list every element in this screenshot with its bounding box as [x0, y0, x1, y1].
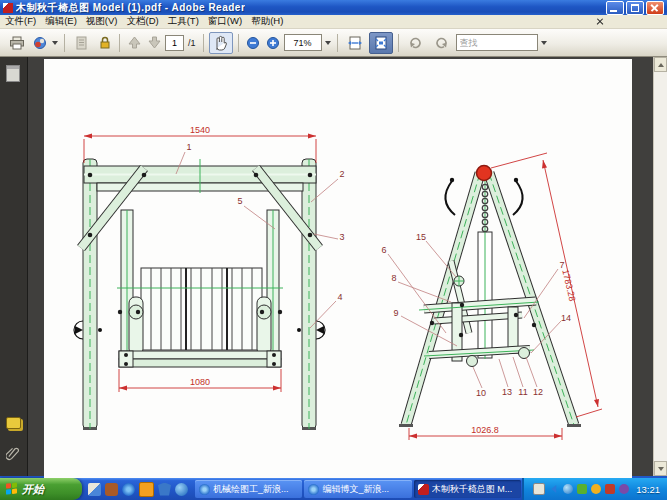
arrow-up-disabled-icon — [128, 36, 141, 49]
part-label: 6 — [381, 245, 386, 255]
find-dropdown[interactable] — [540, 34, 548, 52]
start-button[interactable]: 开始 — [0, 478, 82, 500]
tray-update-icon[interactable] — [577, 484, 587, 494]
input-method-icon[interactable] — [533, 483, 545, 495]
ie-icon — [308, 484, 319, 495]
navigation-pane — [0, 57, 28, 476]
dim-side-base: 1026.8 — [471, 425, 499, 435]
pages-panel-button[interactable] — [6, 65, 21, 82]
menu-help[interactable]: 帮助(H) — [251, 15, 283, 28]
part-label: 10 — [476, 388, 486, 398]
taskbar-task-2[interactable]: 编辑博文_新浪... — [304, 480, 411, 498]
zoom-in-button[interactable] — [264, 32, 282, 54]
part-label: 1 — [186, 142, 191, 152]
hide-tray-icons-chevron[interactable] — [549, 484, 559, 494]
dim-front-seat: 1080 — [190, 377, 210, 387]
taskbar: 开始 机械绘图工_新浪... 编辑博文_新浪... 木制秋千椅总图 M... — [0, 478, 667, 500]
fit-page-button[interactable] — [369, 32, 393, 54]
quick-launch — [82, 478, 194, 500]
comments-panel-button[interactable] — [6, 417, 21, 434]
part-label: 4 — [337, 292, 342, 302]
close-document-icon[interactable] — [596, 18, 604, 26]
workspace: 1540 1080 — [0, 57, 667, 478]
previous-page-button[interactable] — [125, 32, 143, 54]
menu-document[interactable]: 文档(D) — [126, 15, 158, 28]
zoom-out-button[interactable] — [244, 32, 262, 54]
ie-icon[interactable] — [122, 483, 135, 496]
adobe-reader-app-icon[interactable] — [3, 3, 13, 13]
menu-tools[interactable]: 工具(T) — [168, 15, 199, 28]
zoom-level-value: 71% — [294, 38, 312, 48]
print-button[interactable] — [5, 32, 29, 54]
rotate-counterclockwise-button[interactable] — [430, 32, 454, 54]
part-label: 7 — [559, 260, 564, 270]
paperclip-icon — [6, 445, 20, 463]
document-pane[interactable]: 1540 1080 — [28, 57, 653, 476]
share-button[interactable] — [31, 32, 49, 54]
page-number-input[interactable] — [165, 35, 184, 51]
part-label: 9 — [393, 308, 398, 318]
system-tray: 13:21 — [522, 478, 667, 500]
hand-tool-button[interactable] — [209, 32, 233, 54]
dim-front-top: 1540 — [190, 125, 210, 135]
scrollbar-track[interactable] — [654, 72, 667, 461]
security-button[interactable] — [96, 32, 114, 54]
vertical-scrollbar[interactable] — [653, 57, 667, 476]
adobe-reader-icon — [418, 484, 429, 495]
shield-icon[interactable] — [158, 483, 171, 496]
arrow-down-disabled-icon — [148, 36, 161, 49]
titlebar: 木制秋千椅总图 Model (1).pdf - Adobe Reader — [0, 0, 667, 15]
zoom-level-select[interactable]: 71% — [284, 34, 322, 51]
start-label: 开始 — [22, 482, 44, 497]
hand-icon — [213, 35, 228, 51]
scroll-down-button[interactable] — [654, 461, 667, 476]
next-page-button[interactable] — [145, 32, 163, 54]
show-desktop-icon[interactable] — [88, 483, 101, 496]
part-label: 8 — [391, 273, 396, 283]
comments-icon — [6, 417, 21, 429]
window-title: 木制秋千椅总图 Model (1).pdf - Adobe Reader — [16, 1, 245, 15]
media-app-icon[interactable] — [105, 483, 118, 496]
restore-button[interactable] — [626, 1, 644, 15]
menu-edit[interactable]: 编辑(E) — [45, 15, 77, 28]
share-icon — [33, 36, 47, 50]
close-button[interactable] — [646, 1, 664, 15]
front-view: 1540 1080 — [74, 125, 345, 430]
rotate-clockwise-icon — [408, 36, 423, 50]
tray-network-icon[interactable] — [563, 484, 573, 494]
side-view: 1783.28 1026.8 — [381, 153, 602, 440]
page-count-label: /1 — [188, 38, 196, 48]
find-input[interactable] — [456, 34, 538, 51]
fit-width-icon — [347, 36, 363, 50]
share-dropdown[interactable] — [51, 34, 59, 52]
browser-globe-icon[interactable] — [175, 483, 188, 496]
menu-window[interactable]: 窗口(W) — [208, 15, 242, 28]
tray-app-icon[interactable] — [619, 484, 629, 494]
taskbar-task-active[interactable]: 木制秋千椅总图 M... — [414, 480, 521, 498]
save-copy-button[interactable] — [70, 32, 94, 54]
minimize-button[interactable] — [606, 1, 624, 15]
zoom-in-icon — [266, 36, 280, 50]
app-orange-icon[interactable] — [139, 482, 154, 497]
windows-logo-icon — [6, 482, 18, 495]
part-label: 3 — [339, 232, 344, 242]
zoom-out-icon — [246, 36, 260, 50]
tray-security-icon[interactable] — [605, 484, 615, 494]
part-label: 13 — [502, 387, 512, 397]
ie-icon — [199, 484, 210, 495]
toolbar: /1 71% — [0, 29, 667, 57]
scroll-up-button[interactable] — [654, 57, 667, 72]
menu-view[interactable]: 视图(V) — [86, 15, 118, 28]
adobe-reader-window: 木制秋千椅总图 Model (1).pdf - Adobe Reader 文件(… — [0, 0, 667, 500]
document-disabled-icon — [75, 36, 89, 50]
rotate-clockwise-button[interactable] — [404, 32, 428, 54]
part-label: 12 — [533, 387, 543, 397]
clock: 13:21 — [636, 484, 660, 495]
zoom-dropdown[interactable] — [324, 34, 332, 52]
attachments-panel-button[interactable] — [6, 445, 21, 462]
taskbar-task-1[interactable]: 机械绘图工_新浪... — [195, 480, 302, 498]
menu-file[interactable]: 文件(F) — [5, 15, 36, 28]
dim-side-leg: 1783.28 — [560, 268, 577, 302]
tray-alert-icon[interactable] — [591, 484, 601, 494]
fit-width-button[interactable] — [343, 32, 367, 54]
